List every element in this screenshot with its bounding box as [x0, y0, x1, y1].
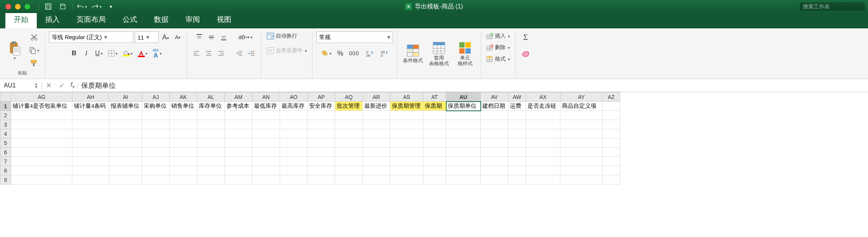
comma-format-button[interactable]: 000 [347, 48, 361, 59]
cell[interactable] [142, 148, 170, 157]
cell[interactable] [603, 102, 620, 111]
cell[interactable] [508, 120, 526, 129]
column-header[interactable]: AZ [603, 92, 620, 102]
cell[interactable] [11, 166, 72, 175]
cell[interactable] [109, 120, 142, 129]
cell[interactable] [363, 148, 390, 157]
cancel-formula-button[interactable]: ✕ [42, 81, 55, 90]
cell[interactable] [72, 138, 109, 148]
cell[interactable] [423, 129, 446, 138]
cell[interactable] [481, 138, 508, 148]
underline-button[interactable]: U▾ [93, 48, 104, 59]
cell[interactable] [170, 157, 197, 166]
cell[interactable] [526, 166, 560, 175]
cell[interactable] [363, 129, 390, 138]
cell[interactable]: 最低库存 [252, 102, 280, 111]
cell[interactable] [72, 157, 109, 166]
cell[interactable] [390, 148, 423, 157]
cell[interactable] [252, 129, 280, 138]
cell[interactable] [423, 157, 446, 166]
bold-button[interactable]: B [69, 48, 79, 59]
font-name-combo[interactable]: 等线 Regular (正文)▾ [49, 31, 133, 43]
column-header[interactable]: AM [225, 92, 252, 102]
cell[interactable] [560, 120, 603, 129]
cell[interactable] [308, 138, 335, 148]
cell[interactable] [72, 120, 109, 129]
column-header[interactable]: AS [390, 92, 423, 102]
cell[interactable] [423, 166, 446, 175]
column-header[interactable]: AO [280, 92, 308, 102]
format-painter-button[interactable] [28, 58, 40, 69]
cell[interactable] [252, 166, 280, 175]
cell[interactable] [603, 166, 620, 175]
column-header[interactable]: AT [423, 92, 446, 102]
column-header[interactable]: AG [11, 92, 72, 102]
font-size-combo[interactable]: 11▾ [135, 31, 159, 43]
paste-button[interactable]: ▾ [4, 36, 25, 64]
cell[interactable] [225, 157, 252, 166]
accounting-format-button[interactable]: ▾ [319, 48, 333, 59]
cell[interactable] [446, 166, 481, 175]
cell[interactable] [481, 175, 508, 184]
cell[interactable] [280, 129, 308, 138]
cell[interactable] [560, 166, 603, 175]
cell[interactable] [197, 129, 225, 138]
cell[interactable] [109, 166, 142, 175]
cell[interactable] [508, 175, 526, 184]
align-right-button[interactable] [216, 48, 226, 59]
align-bottom-button[interactable] [218, 31, 229, 43]
cell[interactable] [170, 129, 197, 138]
cell[interactable] [560, 157, 603, 166]
increase-indent-button[interactable] [246, 48, 257, 59]
tab-review[interactable]: 审阅 [177, 12, 208, 28]
redo-button[interactable]: ▾ [91, 2, 102, 11]
cell[interactable] [335, 111, 363, 120]
number-format-combo[interactable]: 常规▾ [316, 31, 393, 43]
cell[interactable] [390, 166, 423, 175]
cell[interactable] [11, 138, 72, 148]
search-input[interactable] [803, 3, 868, 10]
cell[interactable] [508, 111, 526, 120]
cell[interactable] [335, 148, 363, 157]
name-box-down[interactable]: ▼ [34, 86, 38, 89]
cell[interactable] [390, 138, 423, 148]
autosum-button[interactable]: Σ [520, 31, 531, 43]
row-header[interactable]: 2 [0, 111, 11, 120]
cell[interactable] [225, 148, 252, 157]
cell[interactable] [508, 138, 526, 148]
cell[interactable]: 最新进价 [363, 102, 390, 111]
cell[interactable] [11, 148, 72, 157]
cell[interactable]: 参考成本 [225, 102, 252, 111]
cell[interactable] [481, 111, 508, 120]
cell[interactable] [252, 138, 280, 148]
cell[interactable] [446, 129, 481, 138]
cell[interactable] [11, 120, 72, 129]
cell[interactable] [142, 111, 170, 120]
delete-cells-button[interactable]: 删除▾ [485, 43, 511, 52]
cell[interactable] [390, 157, 423, 166]
row-header[interactable]: 3 [0, 120, 11, 129]
cell[interactable] [280, 148, 308, 157]
column-header[interactable]: AN [252, 92, 280, 102]
cell[interactable] [308, 157, 335, 166]
save-button[interactable] [57, 2, 68, 11]
column-header[interactable]: AI [109, 92, 142, 102]
column-header[interactable]: AH [72, 92, 109, 102]
cell[interactable]: 最高库存 [280, 102, 308, 111]
name-box[interactable]: AU1 ▲▼ [0, 82, 42, 89]
row-header[interactable]: 1 [0, 102, 11, 111]
cell[interactable] [109, 138, 142, 148]
cell[interactable] [603, 157, 620, 166]
cell[interactable] [170, 138, 197, 148]
font-color-button[interactable]: A ▾ [136, 48, 149, 59]
cell[interactable] [280, 111, 308, 120]
cell[interactable] [142, 138, 170, 148]
cell[interactable] [560, 138, 603, 148]
cell[interactable] [335, 138, 363, 148]
cell[interactable] [390, 111, 423, 120]
cell[interactable] [197, 157, 225, 166]
column-header[interactable]: AR [363, 92, 390, 102]
cell[interactable] [197, 175, 225, 184]
cell[interactable] [197, 111, 225, 120]
cell[interactable] [252, 120, 280, 129]
